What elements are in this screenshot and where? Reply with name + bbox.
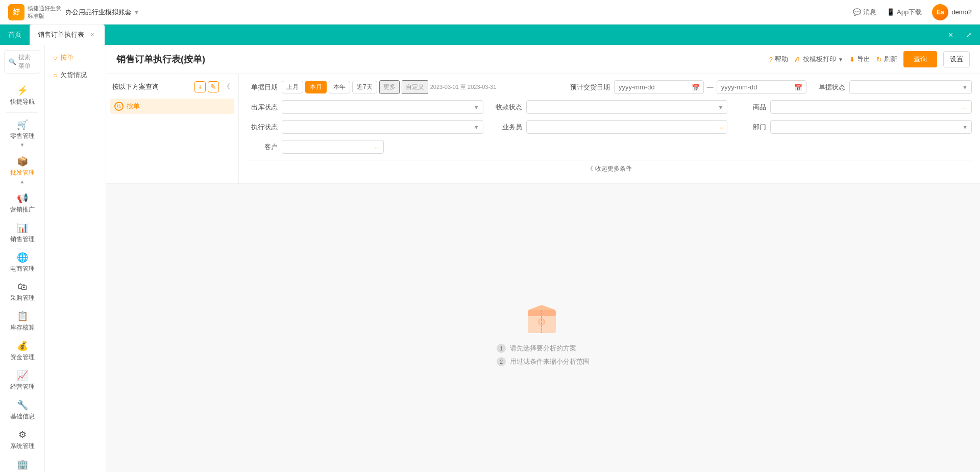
order-status-control: ▼ (849, 80, 972, 94)
tip-num-2: 2 (497, 357, 506, 366)
export-icon: ⬇ (849, 56, 855, 63)
payment-status-select[interactable] (526, 100, 728, 114)
date-custom-button[interactable]: 自定义 (402, 80, 428, 94)
order-status-select[interactable] (849, 80, 972, 94)
date-end-calendar-icon: 📅 (794, 83, 802, 91)
empty-tips: 1 请先选择要分析的方案 2 用过滤条件来缩小分析范围 (497, 344, 590, 366)
date-more-button[interactable]: 更多 (379, 80, 400, 94)
department-select[interactable] (770, 120, 972, 134)
tab-sales-order[interactable]: 销售订单执行表 × (30, 25, 105, 45)
tab-home[interactable]: 首页 (0, 25, 30, 45)
help-button[interactable]: ? 帮助 (769, 55, 788, 64)
sidebar-search-area: 🔍 搜索菜单 (0, 45, 44, 79)
retail-arrow: ▼ (20, 142, 25, 148)
ship-status-select[interactable] (282, 100, 483, 114)
exec-status-label: 执行状态 (247, 123, 278, 132)
expected-date-start-input[interactable] (614, 80, 704, 94)
finance-icon: 💰 (17, 340, 28, 351)
print-button[interactable]: 🖨 按模板打印 ▼ (794, 55, 843, 64)
sidebar-item-purchase[interactable]: 🛍 采购管理 (0, 277, 44, 306)
customer-input[interactable] (282, 140, 384, 154)
expected-date-end-input[interactable] (717, 80, 806, 94)
sidebar-item-quick-nav[interactable]: ⚡ 快捷导航 (0, 81, 44, 110)
print-icon: 🖨 (794, 56, 801, 63)
date-current-month-button[interactable]: 本月 (305, 81, 327, 93)
content-area: 销售订单执行表(按单) ? 帮助 🖨 按模板打印 ▼ ⬇ 导出 ↻ 刷新 (106, 45, 980, 472)
filter-item-customer: 客户 ··· (247, 140, 486, 154)
date-this-year-button[interactable]: 本年 (329, 81, 350, 93)
query-button[interactable]: 查询 (903, 51, 937, 67)
goods-input[interactable] (770, 100, 972, 114)
collapse-more-button[interactable]: 《 收起更多条件 (587, 164, 632, 173)
logo-area: 好 畅捷通好生意 标准版 (8, 4, 61, 20)
filter-item-exec-status: 执行状态 ▼ (247, 120, 483, 134)
scheme-item-press-order[interactable]: 按 按单 (110, 99, 234, 114)
sidebar-item-basic[interactable]: 🔧 基础信息 (0, 395, 44, 425)
add-scheme-button[interactable]: + (194, 81, 206, 92)
ship-status-label: 出库状态 (247, 103, 278, 112)
filter-row-1: 单据日期 上月 本月 本年 近7天 更多 自定义 2023-03-01 至 20… (247, 80, 972, 94)
exec-status-control: ▼ (282, 120, 483, 134)
edit-scheme-button[interactable]: ✎ (208, 81, 219, 92)
page-header-actions: ? 帮助 🖨 按模板打印 ▼ ⬇ 导出 ↻ 刷新 查询 设置 (769, 51, 970, 67)
filter-row-4: 客户 ··· (247, 140, 972, 154)
collapse-icon: 《 (587, 164, 593, 173)
sidebar-item-wholesale-mgmt[interactable]: 📦 批发管理 ▲ (0, 152, 44, 188)
refresh-icon: ↻ (876, 56, 882, 63)
payment-status-control: ▼ (526, 100, 728, 114)
collapse-scheme-button[interactable]: 《 (221, 81, 232, 92)
quick-nav-icon: ⚡ (17, 85, 28, 96)
refresh-button[interactable]: ↻ 刷新 (876, 55, 897, 64)
window-close-button[interactable]: ✕ (943, 28, 958, 42)
sub-sidebar-item-owe-info[interactable]: ○ 欠货情况 (45, 66, 106, 84)
data-area: 1 请先选择要分析的方案 2 用过滤条件来缩小分析范围 (106, 184, 980, 472)
sidebar-item-stock[interactable]: 📋 库存核算 (0, 306, 44, 336)
sidebar-item-ops[interactable]: 📈 经营管理 (0, 366, 44, 395)
sub-sidebar: ○ 按单 ○ 欠货情况 (45, 45, 106, 472)
user-area[interactable]: Ea demo2 (932, 4, 972, 20)
date-range-display: 2023-03-01 至 2023-03-31 (430, 83, 497, 91)
sidebar-item-ecommerce[interactable]: 🌐 电商管理 (0, 248, 44, 277)
divider (6, 112, 38, 113)
sidebar-item-marketing[interactable]: 📢 营销推广 (0, 188, 44, 218)
retail-icon: 🛒 (17, 119, 28, 130)
sales-icon: 📊 (17, 222, 28, 233)
customer-label: 客户 (247, 143, 278, 152)
ops-icon: 📈 (17, 370, 28, 381)
ship-status-control: ▼ (282, 100, 483, 114)
customer-control: ··· (282, 140, 384, 154)
wholesale-arrow: ▲ (20, 179, 25, 184)
sidebar-item-retail-mgmt[interactable]: 🛒 零售管理 ▼ (0, 115, 44, 152)
export-button[interactable]: ⬇ 导出 (849, 55, 870, 64)
marketing-icon: 📢 (17, 193, 28, 204)
sidebar-item-system[interactable]: ⚙ 系统管理 (0, 425, 44, 455)
enterprise-icon: 🏢 (17, 459, 28, 470)
page-title-bar[interactable]: 办公用品行业模拟账套 ▼ (65, 8, 139, 17)
settings-button[interactable]: 设置 (943, 51, 970, 67)
tab-close-button[interactable]: × (88, 31, 96, 39)
user-name: demo2 (951, 8, 972, 16)
empty-tip-2: 2 用过滤条件来缩小分析范围 (497, 357, 590, 366)
sub-sidebar-item-press-order[interactable]: ○ 按单 (45, 49, 106, 66)
sidebar-item-enterprise[interactable]: 🏢 企业协同 (0, 455, 44, 472)
sidebar-item-sales-mgmt[interactable]: 📊 销售管理 (0, 218, 44, 248)
goods-ellipsis[interactable]: ··· (962, 103, 968, 111)
app-download-button[interactable]: 📱 App下载 (887, 8, 922, 17)
salesperson-ellipsis[interactable]: ··· (718, 123, 724, 131)
search-menu-button[interactable]: 🔍 搜索菜单 (4, 50, 40, 74)
customer-ellipsis[interactable]: ··· (374, 143, 380, 151)
purchase-icon: 🛍 (18, 281, 27, 292)
tab-bar: 首页 销售订单执行表 × ✕ ⤢ (0, 25, 980, 45)
sidebar-item-finance[interactable]: 💰 资金管理 (0, 336, 44, 366)
main-layout: 🔍 搜索菜单 ⚡ 快捷导航 🛒 零售管理 ▼ 📦 批发管理 ▲ 📢 营 (0, 45, 980, 472)
window-maximize-button[interactable]: ⤢ (962, 28, 976, 42)
date-last-month-button[interactable]: 上月 (282, 81, 303, 93)
filter-scheme-panel: 按以下方案查询 + ✎ 《 按 按单 (106, 74, 239, 183)
search-icon: 🔍 (9, 58, 16, 65)
date-last7-button[interactable]: 近7天 (352, 81, 377, 93)
message-button[interactable]: 💬 消息 (853, 8, 876, 17)
exec-status-select[interactable] (282, 120, 483, 134)
salesperson-input[interactable] (526, 120, 728, 134)
collapse-bar: 《 收起更多条件 (247, 160, 972, 177)
ecommerce-icon: 🌐 (17, 252, 28, 263)
